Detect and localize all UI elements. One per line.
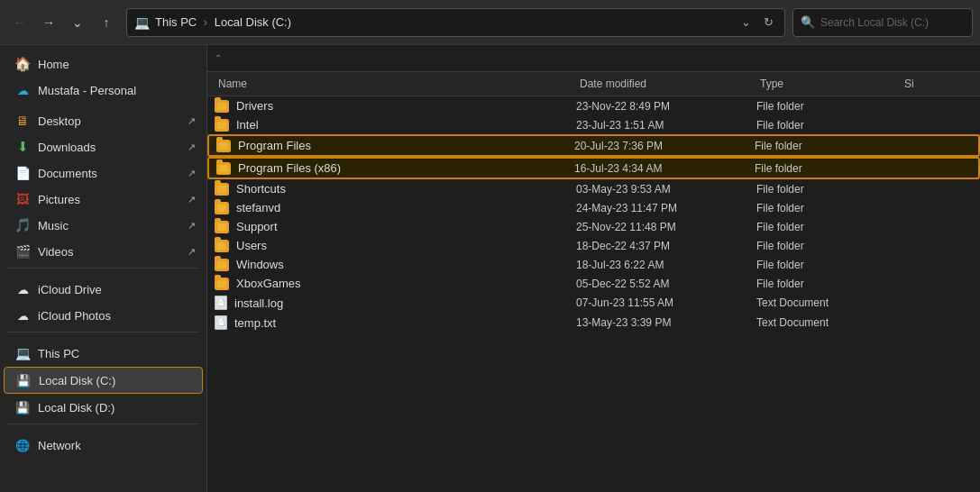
up-button[interactable]: ↑ <box>94 10 119 35</box>
file-name-text: Program Files (x86) <box>238 161 341 175</box>
sidebar: 🏠 Home ☁ Mustafa - Personal 🖥 Desktop ↗ … <box>0 45 207 492</box>
table-row[interactable]: Program Files (x86) 16-Jul-23 4:34 AM Fi… <box>207 157 980 179</box>
file-name-text: temp.txt <box>234 316 276 330</box>
table-row[interactable]: Users 18-Dec-22 4:37 PM File folder <box>207 236 980 255</box>
pin-icon: ↗ <box>188 220 196 232</box>
sidebar-item-label: Pictures <box>38 193 180 206</box>
sidebar-item-label: Videos <box>38 245 180 259</box>
search-bar[interactable]: 🔍 Search Local Disk (C:) <box>792 8 973 37</box>
sidebar-item-icloud-drive[interactable]: ☁ iCloud Drive <box>4 277 203 302</box>
sidebar-item-label: iCloud Drive <box>38 283 196 296</box>
col-header-date[interactable]: Date modified <box>576 76 756 92</box>
table-row[interactable]: stefanvd 24-May-23 11:47 PM File folder <box>207 198 980 217</box>
sidebar-item-label: Music <box>38 219 180 232</box>
sidebar-item-pictures[interactable]: 🖼 Pictures ↗ <box>4 187 203 212</box>
sidebar-item-label: Documents <box>38 167 180 180</box>
file-name: 📄 install.log <box>215 296 576 310</box>
folder-icon <box>216 162 231 175</box>
sidebar-item-label: Downloads <box>38 141 180 154</box>
table-row[interactable]: 📄 temp.txt 13-May-23 3:39 PM Text Docume… <box>207 313 980 333</box>
file-date: 24-May-23 11:47 PM <box>576 202 756 214</box>
table-row[interactable]: 📄 install.log 07-Jun-23 11:55 AM Text Do… <box>207 293 980 313</box>
file-name: Support <box>215 220 576 233</box>
address-bar[interactable]: 💻 This PC › Local Disk (C:) ⌄ ↻ <box>126 8 785 37</box>
table-row[interactable]: Shortcuts 03-May-23 9:53 AM File folder <box>207 179 980 198</box>
folder-icon <box>215 278 229 290</box>
file-date: 07-Jun-23 11:55 AM <box>576 296 756 309</box>
icloud-photos-icon: ☁ <box>14 307 31 323</box>
file-name-text: Users <box>236 239 267 252</box>
col-header-type[interactable]: Type <box>756 76 901 92</box>
file-name: Shortcuts <box>215 182 576 196</box>
sidebar-item-label: Local Disk (D:) <box>38 401 196 415</box>
recent-button[interactable]: ⌄ <box>65 10 90 35</box>
folder-icon <box>215 259 229 271</box>
title-bar: ← → ⌄ ↑ 💻 This PC › Local Disk (C:) ⌄ ↻ … <box>0 0 980 45</box>
file-type: File folder <box>756 183 901 196</box>
file-date: 23-Jul-23 1:51 AM <box>576 119 756 132</box>
content-sort-header[interactable]: ⌃ <box>207 45 980 72</box>
sidebar-item-this-pc[interactable]: 💻 This PC <box>4 341 203 366</box>
back-button[interactable]: ← <box>7 10 32 35</box>
desktop-icon: 🖥 <box>14 113 31 129</box>
file-name-text: Windows <box>236 258 284 271</box>
file-type: File folder <box>756 221 901 233</box>
sidebar-item-network[interactable]: 🌐 Network <box>4 433 203 458</box>
file-name: 📄 temp.txt <box>215 315 576 330</box>
file-date: 05-Dec-22 5:52 AM <box>576 278 756 290</box>
search-icon: 🔍 <box>801 15 815 29</box>
file-name-text: Drivers <box>236 99 273 113</box>
sidebar-item-mustafa[interactable]: ☁ Mustafa - Personal <box>4 77 203 103</box>
table-row[interactable]: Drivers 23-Nov-22 8:49 PM File folder <box>207 96 980 115</box>
table-row[interactable]: Intel 23-Jul-23 1:51 AM File folder <box>207 115 980 134</box>
videos-icon: 🎬 <box>14 243 31 260</box>
file-name-text: Program Files <box>238 139 311 152</box>
col-header-name[interactable]: Name <box>215 76 576 92</box>
pin-icon: ↗ <box>188 194 196 205</box>
table-row[interactable]: XboxGames 05-Dec-22 5:52 AM File folder <box>207 274 980 293</box>
sidebar-item-icloud-photos[interactable]: ☁ iCloud Photos <box>4 303 203 328</box>
table-row[interactable]: Support 25-Nov-22 11:48 PM File folder <box>207 217 980 236</box>
file-date: 13-May-23 3:39 PM <box>576 316 756 329</box>
file-list: Drivers 23-Nov-22 8:49 PM File folder In… <box>207 96 980 492</box>
file-name-text: Shortcuts <box>236 182 286 196</box>
sidebar-item-label: Local Disk (C:) <box>39 374 195 387</box>
file-type: File folder <box>756 119 901 132</box>
folder-icon <box>215 240 229 252</box>
sidebar-item-desktop[interactable]: 🖥 Desktop ↗ <box>4 108 203 133</box>
address-pc-icon: 💻 <box>134 15 150 30</box>
sidebar-item-videos[interactable]: 🎬 Videos ↗ <box>4 239 203 264</box>
pin-icon: ↗ <box>188 141 196 153</box>
sidebar-item-local-disk-d[interactable]: 💾 Local Disk (D:) <box>4 395 203 420</box>
music-icon: 🎵 <box>14 217 31 233</box>
sidebar-item-music[interactable]: 🎵 Music ↗ <box>4 213 203 238</box>
sidebar-item-label: Home <box>38 58 196 71</box>
file-name-text: Support <box>236 220 278 233</box>
file-type: File folder <box>755 140 899 152</box>
content-area: ⌃ Name Date modified Type Si Drivers 23-… <box>207 45 980 492</box>
folder-icon <box>216 140 231 152</box>
sidebar-item-label: Mustafa - Personal <box>38 84 196 97</box>
forward-button[interactable]: → <box>36 10 61 35</box>
local-disk-d-icon: 💾 <box>14 399 31 415</box>
file-date: 23-Nov-22 8:49 PM <box>576 100 756 113</box>
refresh-button[interactable]: ↻ <box>760 14 777 31</box>
sidebar-item-downloads[interactable]: ⬇ Downloads ↗ <box>4 134 203 159</box>
file-type: File folder <box>756 259 901 271</box>
sidebar-item-documents[interactable]: 📄 Documents ↗ <box>4 160 203 186</box>
file-date: 03-May-23 9:53 AM <box>576 183 756 196</box>
file-type: Text Document <box>756 316 901 329</box>
table-row[interactable]: Program Files 20-Jul-23 7:36 PM File fol… <box>207 134 980 157</box>
file-name: Program Files (x86) <box>216 161 574 175</box>
sidebar-item-home[interactable]: 🏠 Home <box>4 51 203 77</box>
col-header-size[interactable]: Si <box>901 76 973 92</box>
table-row[interactable]: Windows 18-Jul-23 6:22 AM File folder <box>207 255 980 274</box>
file-date: 25-Nov-22 11:48 PM <box>576 221 756 233</box>
file-name: Users <box>215 239 576 252</box>
file-type: File folder <box>756 100 901 113</box>
address-dropdown-chevron[interactable]: ⌄ <box>737 14 755 31</box>
sidebar-item-local-disk-c[interactable]: 💾 Local Disk (C:) <box>4 367 203 394</box>
file-icon: 📄 <box>215 315 227 330</box>
file-type: Text Document <box>756 296 901 309</box>
search-placeholder: Search Local Disk (C:) <box>820 16 929 29</box>
